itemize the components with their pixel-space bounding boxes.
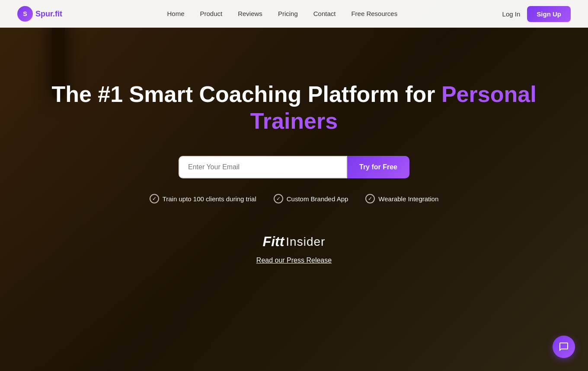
feature-item-1: ✓ Custom Branded App [274, 194, 348, 203]
navbar: S Spur.fit Home Product Reviews Pricing … [0, 0, 588, 28]
press-release-link[interactable]: Read our Press Release [256, 257, 332, 264]
chat-icon [559, 342, 569, 352]
login-button[interactable]: Log In [502, 10, 521, 18]
fitt-insider-logo: Fitt Insider [256, 234, 332, 250]
check-icon-0: ✓ [150, 194, 159, 203]
try-for-free-button[interactable]: Try for Free [347, 156, 409, 178]
features-list: ✓ Train upto 100 clients during trial ✓ … [17, 194, 571, 203]
logo-icon: S [17, 6, 33, 22]
signup-button[interactable]: Sign Up [527, 6, 571, 22]
check-icon-1: ✓ [274, 194, 283, 203]
press-section: Fitt Insider Read our Press Release [256, 234, 332, 264]
email-form: Try for Free [17, 156, 571, 178]
fitt-text: Fitt [263, 234, 284, 250]
logo-text: Spur.fit [35, 10, 62, 19]
logo[interactable]: S Spur.fit [17, 6, 62, 22]
insider-text: Insider [286, 235, 325, 249]
nav-link-free-resources[interactable]: Free Resources [351, 10, 397, 17]
feature-label-0: Train upto 100 clients during trial [163, 195, 256, 203]
hero-title: The #1 Smart Coaching Platform for Perso… [17, 81, 571, 135]
nav-link-reviews[interactable]: Reviews [238, 10, 262, 17]
feature-item-0: ✓ Train upto 100 clients during trial [150, 194, 256, 203]
hero-content: The #1 Smart Coaching Platform for Perso… [0, 81, 588, 204]
email-input[interactable] [179, 156, 347, 178]
nav-link-home[interactable]: Home [167, 10, 184, 17]
feature-label-1: Custom Branded App [287, 195, 348, 203]
hero-section: The #1 Smart Coaching Platform for Perso… [0, 0, 588, 371]
feature-label-2: Wearable Integration [378, 195, 438, 203]
nav-link-pricing[interactable]: Pricing [278, 10, 298, 17]
nav-links: Home Product Reviews Pricing Contact Fre… [167, 10, 397, 18]
nav-actions: Log In Sign Up [502, 6, 571, 22]
feature-item-2: ✓ Wearable Integration [365, 194, 438, 203]
chat-bubble[interactable] [553, 336, 575, 358]
nav-link-product[interactable]: Product [200, 10, 222, 17]
check-icon-2: ✓ [365, 194, 375, 203]
nav-link-contact[interactable]: Contact [313, 10, 336, 17]
